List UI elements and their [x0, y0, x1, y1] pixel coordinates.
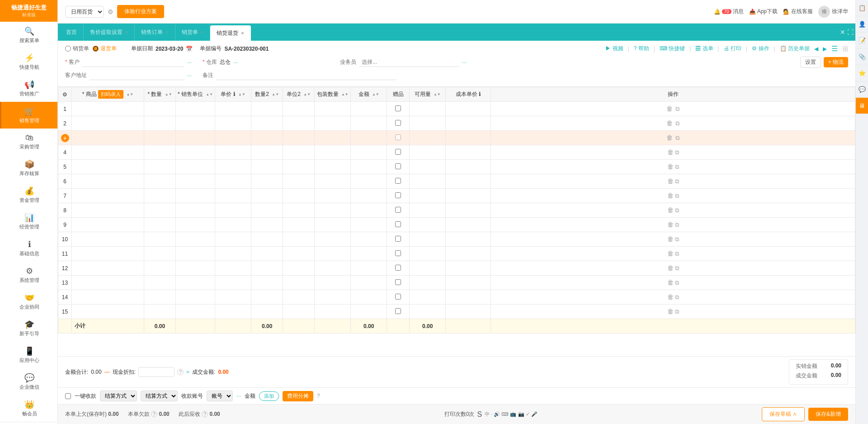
sidebar-item-operations[interactable]: 📊 经营管理 [0, 208, 57, 235]
delete-icon-4[interactable]: 🗑 [667, 148, 674, 156]
gear-icon[interactable]: ⚙ [108, 8, 113, 15]
copy-icon-15[interactable]: ⧉ [675, 308, 679, 315]
sidebar-item-sales[interactable]: 🛒 销售管理 [0, 102, 57, 129]
gift-checkbox-add[interactable] [395, 134, 401, 140]
avail-cell-2[interactable] [410, 116, 446, 131]
tab-expand-button[interactable]: ⛶ [847, 29, 854, 36]
one-click-payment-checkbox[interactable] [65, 393, 71, 399]
gift-checkbox-10[interactable] [395, 236, 401, 242]
gift-checkbox-11[interactable] [395, 250, 401, 256]
pkg-sort-icon[interactable]: ▲▼ [341, 93, 349, 96]
unit2-cell-add[interactable] [283, 131, 315, 145]
notification-area[interactable]: 🔔 70 消息 [714, 8, 744, 15]
copy-icon-7[interactable]: ⧉ [675, 192, 679, 199]
price-cell-2[interactable] [215, 116, 251, 131]
delete-icon-11[interactable]: 🗑 [667, 250, 674, 257]
tab-price-settings[interactable]: 售价提取设置 × [84, 24, 135, 41]
view-toggle-list[interactable]: ☰ [831, 44, 838, 53]
account-select[interactable]: 账号 [207, 391, 233, 401]
right-tool-user[interactable]: 👤 [856, 16, 868, 33]
unit-cell-2[interactable] [176, 116, 215, 131]
tab-sales-order[interactable]: 销售订单 × [135, 24, 175, 41]
copy-icon-4[interactable]: ⧉ [675, 149, 679, 156]
copy-icon-add[interactable]: ⧉ [675, 134, 679, 141]
qty2-cell-add[interactable] [251, 131, 283, 145]
scan-button[interactable]: 扫码录入 [98, 90, 123, 99]
sidebar-item-vip[interactable]: 👑 畅会员 [0, 395, 57, 422]
history-btn[interactable]: 📋 历史单据 [780, 45, 810, 52]
sidebar-item-inventory[interactable]: 📦 库存核算 [0, 155, 57, 181]
cost-cell-1[interactable] [446, 102, 491, 116]
copy-icon-2[interactable]: ⧉ [675, 120, 679, 127]
sidebar-item-marketing[interactable]: 📢 营销推广 [0, 75, 57, 102]
avail-cell-add[interactable] [410, 131, 446, 145]
tab-close-all-button[interactable]: ✕ [840, 29, 845, 36]
online-service-btn[interactable]: 💁 在线客服 [783, 8, 813, 15]
next-doc-btn[interactable]: ▶ [823, 46, 827, 52]
account-picker-btn[interactable]: ··· [236, 393, 241, 399]
return-doc-radio-input[interactable] [93, 46, 99, 52]
qty2-cell-2[interactable] [251, 116, 283, 131]
industry-select[interactable]: 日用百货 [65, 6, 104, 18]
experience-button[interactable]: 体验行业方案 [117, 5, 164, 18]
operation-btn[interactable]: ⚙ 操作 [752, 45, 769, 52]
gift-checkbox-9[interactable] [395, 221, 401, 227]
save-draft-button[interactable]: 保存草稿 ∧ [762, 407, 805, 421]
gift-checkbox-5[interactable] [395, 163, 401, 169]
sale-doc-radio-input[interactable] [65, 46, 71, 52]
gift-checkbox-8[interactable] [395, 207, 401, 213]
pkg-cell-1[interactable] [315, 102, 351, 116]
video-help-btn[interactable]: ▶ 视频 [605, 45, 623, 52]
unit2-cell-1[interactable] [283, 102, 315, 116]
sidebar-item-system[interactable]: ⚙ 系统管理 [0, 262, 57, 288]
sidebar-item-collab[interactable]: 🤝 企业协同 [0, 288, 57, 315]
unit2-sort-icon[interactable]: ▲▼ [303, 93, 311, 96]
sidebar-item-guide[interactable]: 🎓 新手引导 [0, 315, 57, 342]
tab-sales-return[interactable]: 销货退货 × [210, 25, 250, 41]
delete-icon-10[interactable]: 🗑 [667, 235, 674, 243]
unit-cell-1[interactable] [176, 102, 215, 116]
calendar-icon[interactable]: 📅 [186, 46, 193, 52]
tab-sales-invoice[interactable]: 销货单 × [175, 24, 210, 41]
settlement-method-select[interactable]: 结算方式 [100, 391, 137, 401]
gift-checkbox-4[interactable] [395, 149, 401, 155]
unit-sort-icon[interactable]: ▲▼ [206, 93, 213, 96]
copy-icon-13[interactable]: ⧉ [675, 279, 679, 286]
right-tool-note[interactable]: 📝 [856, 33, 868, 49]
copy-icon-1[interactable]: ⧉ [675, 105, 679, 112]
copy-icon-10[interactable]: ⧉ [675, 236, 679, 243]
tab-sales-invoice-close-icon[interactable]: × [201, 29, 203, 35]
right-tool-attach[interactable]: 📎 [856, 49, 868, 65]
delete-icon-2[interactable]: 🗑 [666, 119, 673, 127]
amount-sort-icon[interactable]: ▲▼ [372, 93, 379, 96]
remark-input[interactable] [216, 71, 397, 80]
price-cell-1[interactable] [215, 102, 251, 116]
qty2-sort-icon[interactable]: ▲▼ [272, 93, 279, 96]
user-area[interactable]: 徐 徐泽华 [818, 6, 848, 18]
delete-icon-add[interactable]: 🗑 [666, 134, 673, 141]
cost-cell-2[interactable] [446, 116, 491, 131]
sidebar-item-finance[interactable]: 💰 资金管理 [0, 181, 57, 208]
gift-checkbox-6[interactable] [395, 178, 401, 184]
copy-icon-14[interactable]: ⧉ [675, 294, 679, 300]
cost-cell-add[interactable] [446, 131, 491, 145]
gift-checkbox-12[interactable] [395, 265, 401, 271]
address-picker-btn[interactable]: ··· [187, 72, 192, 79]
tab-sales-return-close-icon[interactable]: × [241, 30, 244, 36]
amount-cell-add[interactable] [351, 131, 387, 145]
gift-checkbox-1[interactable] [395, 105, 401, 111]
fee-help-button[interactable]: ? [317, 393, 320, 399]
sidebar-item-search[interactable]: 🔍 搜索菜单 [0, 22, 57, 48]
tab-home[interactable]: 首页 [60, 24, 84, 41]
salesperson-input[interactable] [359, 57, 459, 67]
copy-icon-5[interactable]: ⧉ [675, 163, 679, 170]
add-fee-button[interactable]: 添加 [259, 391, 279, 401]
gift-checkbox-13[interactable] [395, 279, 401, 285]
app-download-btn[interactable]: 📥 App下载 [749, 8, 778, 15]
save-new-button[interactable]: 保存&新增 [808, 408, 848, 421]
copy-icon-8[interactable]: ⧉ [675, 207, 679, 214]
avail-sort-icon[interactable]: ▲▼ [434, 93, 441, 96]
right-tool-chat[interactable]: 💬 [856, 81, 868, 98]
amount-cell-2[interactable] [351, 116, 387, 131]
copy-icon-9[interactable]: ⧉ [675, 221, 679, 228]
